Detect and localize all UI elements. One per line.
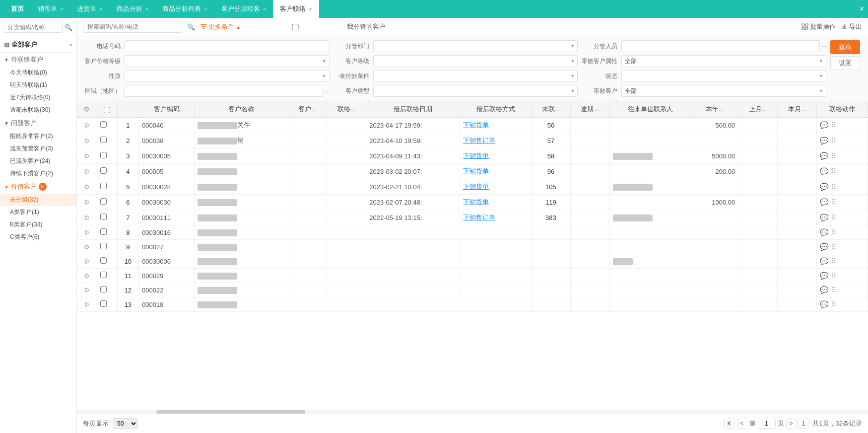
row-checkbox[interactable] [100,272,107,278]
row-checkbox[interactable] [100,152,107,158]
nav-purchase[interactable]: 进货单 × [70,0,109,18]
unit-contact-col-header[interactable]: 往来单位联系人 [609,101,691,118]
query-button[interactable]: 查询 [830,40,860,54]
nav-customer-segment-close[interactable]: × [263,6,266,12]
last-contact-method-link[interactable]: 下销货单 [463,121,489,129]
sidebar-group-problem[interactable]: ▼ 问题客户 [0,116,76,130]
more-action-icon[interactable]: ⠿ [831,152,836,160]
sidebar-item-unclassified[interactable]: 未分组(32) [0,194,76,206]
horizontal-scrollbar[interactable] [77,410,868,414]
person-more-icon[interactable]: ··· [822,43,826,49]
filter-sparse-attr-select[interactable]: 全部 [621,55,826,67]
nav-product-list-close[interactable]: × [204,6,207,12]
chat-icon[interactable]: 💬 [820,228,828,236]
row-settings-icon[interactable]: ⚙ [84,258,90,265]
filter-dept-select[interactable] [373,40,578,52]
row-checkbox[interactable] [100,137,107,143]
more-action-icon[interactable]: ⠿ [831,198,836,206]
filter-status-select[interactable] [621,70,826,82]
sidebar-item-today[interactable]: 今天待联络(0) [0,67,76,79]
settings-icon[interactable]: ⚙ [83,105,90,113]
sidebar-item-c-class[interactable]: C类客户(6) [0,231,76,243]
chat-icon[interactable]: 💬 [820,286,828,294]
this-month-col-header[interactable]: 本月... [778,101,817,118]
nav-sales-close[interactable]: × [60,6,63,12]
overdue-col-header[interactable]: 逾期... [570,101,609,118]
sidebar-group-value[interactable]: ▼ 价值客户 ↻ [0,180,76,194]
batch-op-btn[interactable]: 批量操作 [801,22,836,31]
sidebar-all-customers[interactable]: ⊞ 全部客户 « [0,37,76,53]
nav-purchase-close[interactable]: × [99,6,102,12]
nav-customer-contact[interactable]: 客户联络 × [273,0,319,18]
sidebar-item-churn-warning[interactable]: 流失预警客户(3) [0,143,76,155]
chat-icon[interactable]: 💬 [820,198,828,206]
sidebar-item-declining[interactable]: 持续下滑客户(2) [0,167,76,180]
nav-customer-contact-close[interactable]: × [309,6,312,12]
chat-icon[interactable]: 💬 [820,152,828,160]
row-settings-icon[interactable]: ⚙ [84,243,90,251]
filter-nature-select[interactable] [125,70,330,82]
last-contact-method-link[interactable]: 下销货单 [463,152,489,159]
sidebar-group-pending[interactable]: ▼ 待联络客户 [0,53,76,67]
contact-col-header[interactable]: 联络... [327,101,366,118]
more-action-icon[interactable]: ⠿ [831,228,836,236]
sidebar-item-week[interactable]: 近7天待联络(0) [0,91,76,104]
my-customers-checkbox[interactable] [246,24,345,30]
row-settings-icon[interactable]: ⚙ [84,183,90,191]
more-action-icon[interactable]: ⠿ [831,137,836,144]
filter-payment-select[interactable] [373,70,578,82]
type-col-header[interactable]: 客户... [288,101,327,118]
row-settings-icon[interactable]: ⚙ [84,301,90,308]
more-action-icon[interactable]: ⠿ [831,183,836,191]
row-settings-icon[interactable]: ⚙ [84,199,90,206]
row-settings-icon[interactable]: ⚙ [84,287,90,294]
row-checkbox[interactable] [100,183,107,189]
more-action-icon[interactable]: ⠿ [831,272,836,280]
nav-product-analysis[interactable]: 商品分析 × [110,0,155,18]
nav-home[interactable]: 首页 [4,0,31,18]
row-checkbox[interactable] [100,167,107,174]
last-contact-method-col-header[interactable]: 最后联络方式 [460,101,532,118]
row-settings-icon[interactable]: ⚙ [84,214,90,221]
sidebar-item-overdue[interactable]: 逾期未联络(30) [0,104,76,116]
filter-sparse-select[interactable]: 全部 [621,85,826,97]
filter-search-icon[interactable]: 🔍 [187,23,195,31]
more-action-icon[interactable]: ⠿ [831,121,836,129]
chat-icon[interactable]: 💬 [820,137,828,144]
filter-region-input[interactable] [125,85,323,97]
sidebar-item-a-class[interactable]: A类客户(1) [0,206,76,218]
more-action-icon[interactable]: ⠿ [831,214,836,221]
row-checkbox[interactable] [100,228,107,235]
row-settings-icon[interactable]: ⚙ [84,122,90,129]
chat-icon[interactable]: 💬 [820,167,828,175]
filter-customer-level-select[interactable] [373,55,578,67]
reset-button[interactable]: 设置 [830,56,860,70]
chat-icon[interactable]: 💬 [820,214,828,221]
this-year-col-header[interactable]: 本年... [691,101,738,118]
select-all-checkbox[interactable] [104,107,110,113]
row-checkbox[interactable] [100,286,107,292]
more-action-icon[interactable]: ⠿ [831,286,836,294]
filter-price-level-select[interactable] [125,55,330,67]
more-action-icon[interactable]: ⠿ [831,167,836,175]
last-month-col-header[interactable]: 上月... [738,101,778,118]
code-col-header[interactable]: 客户编码 [139,101,195,118]
sidebar-item-tomorrow[interactable]: 明天待联络(1) [0,79,76,91]
prev-page-btn[interactable]: < [737,419,747,429]
row-settings-icon[interactable]: ⚙ [84,229,90,236]
row-settings-icon[interactable]: ⚙ [84,168,90,175]
last-contact-method-link[interactable]: 下销售订单 [463,214,495,221]
sidebar-item-abnormal[interactable]: 囤购异常客户(2) [0,130,76,143]
export-btn[interactable]: 导出 [841,22,862,31]
name-col-header[interactable]: 客户名称 [195,101,288,118]
last-contact-method-link[interactable]: 下销货单 [463,183,489,190]
next-page-btn[interactable]: > [786,419,797,429]
row-checkbox[interactable] [100,214,107,220]
chat-icon[interactable]: 💬 [820,300,828,308]
nav-product-list[interactable]: 商品分析列表 × [155,0,214,18]
no-contact-col-header[interactable]: 未联... [532,101,571,118]
chat-icon[interactable]: 💬 [820,121,828,129]
nav-close-all[interactable]: × [860,4,864,13]
more-action-icon[interactable]: ⠿ [831,257,836,265]
sidebar-search-icon[interactable]: 🔍 [65,24,72,31]
